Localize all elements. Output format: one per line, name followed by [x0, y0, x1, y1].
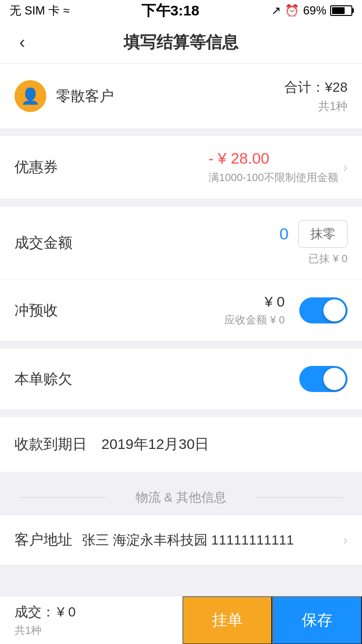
- location-icon: ↗: [271, 4, 281, 17]
- coupon-section: 优惠券 - ¥ 28.00 满1000-100不限制使用金额 ›: [0, 136, 362, 199]
- save-button[interactable]: 保存: [272, 596, 362, 644]
- amount-row-right: 抹零: [231, 220, 348, 248]
- prepay-label: 冲预收: [14, 301, 58, 321]
- already-rounded-label: 已抹 ¥ 0: [308, 252, 348, 266]
- bottom-deal-label: 成交：: [14, 603, 55, 621]
- bottom-count: 共1种: [14, 623, 168, 638]
- coupon-row[interactable]: 优惠券 - ¥ 28.00 满1000-100不限制使用金额 ›: [0, 136, 362, 199]
- alarm-icon: ⏰: [285, 4, 299, 17]
- coupon-desc: 满1000-100不限制使用金额: [209, 170, 338, 185]
- avatar: 👤: [14, 80, 46, 112]
- hang-order-button[interactable]: 挂单: [182, 596, 272, 644]
- transaction-amount-input[interactable]: [231, 224, 289, 243]
- page-title: 填写结算等信息: [124, 31, 238, 54]
- debt-toggle-knob: [323, 368, 346, 390]
- prepay-amount: ¥ 0: [224, 294, 285, 310]
- transaction-amount-label: 成交金额: [14, 233, 72, 253]
- debt-row: 本单赊欠: [0, 349, 362, 409]
- debt-label: 本单赊欠: [14, 369, 72, 389]
- prepayment-toggle[interactable]: [299, 297, 348, 323]
- battery-icon: [330, 5, 352, 16]
- bottom-deal-amount: ¥ 0: [57, 604, 76, 620]
- receivable-label: 应收金额 ¥ 0: [224, 313, 285, 327]
- address-section: 客户地址 张三 海淀永丰科技园 11111111111 ›: [0, 516, 362, 564]
- nav-bar: ‹ 填写结算等信息: [0, 21, 362, 64]
- customer-name: 零散客户: [56, 86, 114, 106]
- toggle-knob: [323, 299, 346, 322]
- customer-right: 合计：¥28 共1种: [284, 78, 348, 114]
- bottom-bar: 成交： ¥ 0 共1种 挂单 保存: [0, 596, 362, 644]
- divider-line-left: [19, 497, 107, 498]
- battery-percent: 69%: [303, 4, 326, 17]
- prepay-right: ¥ 0 应收金额 ¥ 0: [224, 294, 348, 327]
- chevron-right-icon: ›: [343, 160, 348, 175]
- prepayment-row: 冲预收 ¥ 0 应收金额 ¥ 0: [0, 280, 362, 341]
- coupon-label: 优惠券: [14, 157, 58, 177]
- sim-label: 无 SIM 卡 ≈: [10, 3, 70, 18]
- debt-section: 本单赊欠: [0, 349, 362, 409]
- back-button[interactable]: ‹: [14, 28, 30, 57]
- debt-toggle[interactable]: [299, 366, 348, 392]
- coupon-right: - ¥ 28.00 满1000-100不限制使用金额 ›: [209, 150, 348, 185]
- due-date-section: 收款到期日 2019年12月30日: [0, 417, 362, 472]
- prepay-amounts: ¥ 0 应收金额 ¥ 0: [224, 294, 285, 327]
- customer-card: 👤 零散客户 合计：¥28 共1种: [0, 64, 362, 128]
- due-date-row: 收款到期日 2019年12月30日: [0, 417, 362, 472]
- address-label: 客户地址: [14, 530, 72, 550]
- bottom-info: 成交： ¥ 0 共1种: [0, 603, 182, 638]
- coupon-info: - ¥ 28.00 满1000-100不限制使用金额: [209, 150, 338, 185]
- transaction-amount-right: 抹零 已抹 ¥ 0: [231, 220, 348, 266]
- due-date-label: 收款到期日: [14, 434, 87, 454]
- customer-row: 👤 零散客户 合计：¥28 共1种: [0, 64, 362, 128]
- bottom-deal-row: 成交： ¥ 0: [14, 603, 168, 621]
- logistics-divider: 物流 & 其他信息: [0, 479, 362, 516]
- avatar-icon: 👤: [21, 87, 40, 105]
- status-bar: 无 SIM 卡 ≈ 下午3:18 ↗ ⏰ 69%: [0, 0, 362, 21]
- address-row[interactable]: 客户地址 张三 海淀永丰科技园 11111111111 ›: [0, 516, 362, 564]
- transaction-section: 成交金额 抹零 已抹 ¥ 0 冲预收 ¥ 0 应收金额 ¥ 0: [0, 207, 362, 341]
- coupon-discount: - ¥ 28.00: [209, 150, 338, 168]
- status-right: ↗ ⏰ 69%: [271, 4, 352, 17]
- customer-left: 👤 零散客户: [14, 80, 114, 112]
- logistics-label: 物流 & 其他信息: [136, 489, 226, 506]
- round-button[interactable]: 抹零: [298, 220, 348, 248]
- address-value: 张三 海淀永丰科技园 11111111111: [82, 531, 343, 549]
- transaction-amount-row: 成交金额 抹零 已抹 ¥ 0: [0, 207, 362, 280]
- address-chevron-icon: ›: [343, 532, 348, 548]
- status-left: 无 SIM 卡 ≈: [10, 3, 70, 18]
- total-amount: 合计：¥28: [284, 78, 348, 97]
- divider-line-right: [255, 497, 343, 498]
- content-area: 👤 零散客户 合计：¥28 共1种 优惠券 - ¥ 28.00 满1000-10…: [0, 64, 362, 630]
- total-count: 共1种: [284, 98, 348, 114]
- status-time: 下午3:18: [141, 1, 199, 21]
- due-date-value: 2019年12月30日: [101, 434, 209, 454]
